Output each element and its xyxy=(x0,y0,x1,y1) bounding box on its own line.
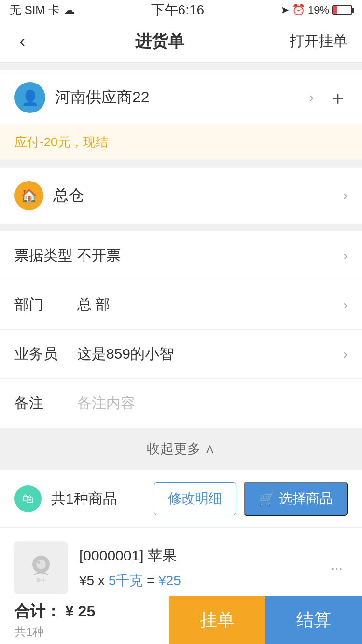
warehouse-icon: 🏠 xyxy=(14,181,43,210)
svg-text:鲁牛: 鲁牛 xyxy=(36,577,46,583)
product-name: [0000001] 苹果 xyxy=(79,546,326,566)
products-icon: 🛍 xyxy=(14,485,42,512)
products-header: 🛍 共1种商品 修改明细 🛒 选择商品 xyxy=(0,470,362,527)
hang-button[interactable]: 挂单 xyxy=(169,596,265,644)
modify-detail-button[interactable]: 修改明细 xyxy=(154,482,236,515)
status-right: ➤ ⏰ 19% xyxy=(280,4,352,16)
hang-label: 挂单 xyxy=(200,608,235,632)
summary-count: 共1种 xyxy=(14,624,154,640)
section-divider-1 xyxy=(0,63,362,70)
page-title: 进货单 xyxy=(135,30,184,53)
product-unit-price: ¥5 xyxy=(79,573,94,588)
svg-point-2 xyxy=(37,561,40,564)
avatar-icon: 👤 xyxy=(21,89,39,106)
remark-input[interactable]: 备注内容 xyxy=(77,393,348,413)
select-product-button[interactable]: 🛒 选择商品 xyxy=(244,482,348,516)
status-left: 无 SIM 卡 ☁ xyxy=(10,2,75,18)
status-bar: 无 SIM 卡 ☁ 下午6:16 ➤ ⏰ 19% xyxy=(0,0,362,20)
svg-point-1 xyxy=(36,560,46,569)
status-time: 下午6:16 xyxy=(151,1,205,19)
collapse-label: 收起更多 ∧ xyxy=(147,441,216,456)
remark-label: 备注 xyxy=(14,393,77,413)
collapse-bar[interactable]: 收起更多 ∧ xyxy=(0,428,362,470)
open-hang-button[interactable]: 打开挂单 xyxy=(290,31,348,51)
section-divider-2 xyxy=(0,160,362,168)
select-product-label: 选择商品 xyxy=(279,490,333,508)
checkout-label: 结算 xyxy=(296,608,331,632)
product-multiply: x xyxy=(98,573,109,588)
warehouse-chevron-icon: › xyxy=(343,188,348,203)
form-section: 票据类型 不开票 › 部门 总 部 › 业务员 这是859的小智 › 备注 备注… xyxy=(0,231,362,428)
alert-bar: 应付-20元，现结 xyxy=(0,125,362,160)
product-thumb-icon: 鲁牛 xyxy=(24,551,58,585)
supplier-avatar: 👤 xyxy=(14,82,45,113)
product-info: [0000001] 苹果 ¥5 x 5千克 = ¥25 xyxy=(79,546,326,590)
product-price-row: ¥5 x 5千克 = ¥25 xyxy=(79,572,326,590)
product-more-button[interactable]: ··· xyxy=(326,555,348,581)
warehouse-name: 总仓 xyxy=(53,185,343,206)
department-value: 总 部 xyxy=(77,295,343,315)
warehouse-row[interactable]: 🏠 总仓 › xyxy=(0,168,362,224)
battery-icon xyxy=(332,5,352,15)
ticket-type-chevron-icon: › xyxy=(343,248,348,264)
department-row[interactable]: 部门 总 部 › xyxy=(0,280,362,330)
supplier-row[interactable]: 👤 河南供应商22 › ＋ xyxy=(0,70,362,125)
department-label: 部门 xyxy=(14,295,77,315)
warehouse-icon-symbol: 🏠 xyxy=(21,188,38,204)
nav-bar: ‹ 进货单 打开挂单 xyxy=(0,20,362,63)
select-cart-icon: 🛒 xyxy=(258,491,275,507)
alarm-icon: ⏰ xyxy=(292,4,305,16)
department-chevron-icon: › xyxy=(343,297,348,313)
bottom-summary: 合计： ¥ 25 共1种 挂单 结算 xyxy=(0,596,362,644)
salesperson-row[interactable]: 业务员 这是859的小智 › xyxy=(0,330,362,379)
location-icon: ➤ xyxy=(280,4,289,16)
cart-icon: 🛍 xyxy=(22,492,34,505)
product-title: 苹果 xyxy=(148,547,177,563)
supplier-name: 河南供应商22 xyxy=(55,87,309,108)
sim-label: 无 SIM 卡 ☁ xyxy=(10,2,75,18)
supplier-chevron-icon: › xyxy=(309,90,314,105)
back-button[interactable]: ‹ xyxy=(14,27,30,56)
ticket-type-label: 票据类型 xyxy=(14,246,77,266)
summary-info: 合计： ¥ 25 共1种 xyxy=(0,601,169,640)
summary-total: 合计： ¥ 25 xyxy=(14,601,154,622)
remark-row[interactable]: 备注 备注内容 xyxy=(0,379,362,428)
product-code: [0000001] xyxy=(79,547,143,563)
add-button[interactable]: ＋ xyxy=(328,84,348,111)
total-label: 合计： xyxy=(14,602,61,620)
section-divider-3 xyxy=(0,224,362,231)
salesperson-value: 这是859的小智 xyxy=(77,344,343,364)
alert-text: 应付-20元，现结 xyxy=(14,135,108,149)
ticket-type-row[interactable]: 票据类型 不开票 › xyxy=(0,231,362,280)
ticket-type-value: 不开票 xyxy=(77,246,343,266)
battery-label: 19% xyxy=(308,4,329,16)
total-amount: ¥ 25 xyxy=(65,602,95,620)
products-count-label: 共1种商品 xyxy=(51,489,154,509)
salesperson-label: 业务员 xyxy=(14,344,77,364)
salesperson-chevron-icon: › xyxy=(343,347,348,362)
checkout-button[interactable]: 结算 xyxy=(265,596,362,644)
product-thumbnail: 鲁牛 xyxy=(14,541,68,594)
product-equals: = xyxy=(147,573,158,588)
product-quantity: 5千克 xyxy=(109,573,143,588)
product-total: ¥25 xyxy=(158,573,181,588)
